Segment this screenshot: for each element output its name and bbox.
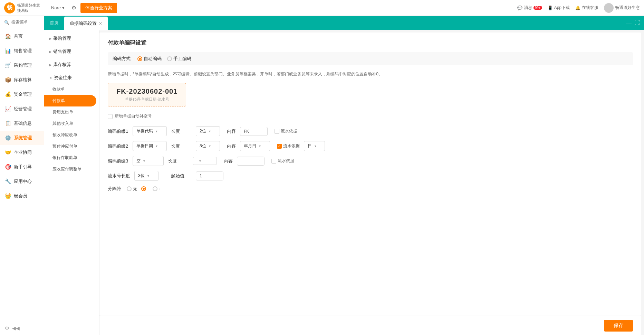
sidebar-item-app-center[interactable]: 🔧 应用中心: [0, 174, 44, 189]
finance-icon: 💰: [5, 91, 11, 97]
save-button[interactable]: 保存: [604, 320, 633, 332]
length-select-1[interactable]: 2位 ▾: [196, 126, 220, 136]
sidebar-item-sales[interactable]: 📊 销售管理: [0, 44, 44, 58]
app-download-btn[interactable]: 📱 App下载: [548, 5, 570, 11]
start-value-input[interactable]: [196, 171, 223, 180]
sub-group-capital-title[interactable]: ▼ 资金往来: [44, 72, 99, 84]
serial-checkbox-3[interactable]: [271, 159, 276, 164]
encoding-method-radio-group: 自动编码 手工编码: [137, 56, 191, 62]
tabbar-actions: — ⛶: [626, 20, 644, 26]
sub-group-purchase-title[interactable]: ▶ 采购管理: [44, 32, 99, 44]
tab-close-icon[interactable]: ✕: [99, 21, 102, 26]
prefix-select-2[interactable]: 单据日期 ▾: [133, 141, 167, 151]
serial-length-select[interactable]: 3位 ▾: [134, 171, 158, 181]
length-select-3-arrow: ▾: [199, 159, 201, 163]
auto-fill-checkbox-row: 新增单据自动补空号: [108, 113, 633, 119]
auto-fill-checkbox[interactable]: [108, 114, 113, 119]
tab-encode-settings[interactable]: 单据编码设置 ✕: [64, 17, 108, 30]
sep-dot2-radio[interactable]: ·: [153, 186, 160, 191]
serial-checkbox-2[interactable]: [277, 144, 282, 149]
granularity-arrow-2: ▾: [315, 144, 316, 148]
length-select-3[interactable]: ▾: [193, 157, 217, 165]
serial-checkbox-row-1: 流水依据: [275, 128, 297, 134]
search-icon: 🔍: [4, 20, 9, 25]
serial-config-row: 流水号长度 3位 ▾ 起始值: [108, 171, 633, 181]
inventory-arrow-icon: ▶: [49, 63, 52, 67]
sub-item-adjustment[interactable]: 应收应付调整单: [44, 164, 99, 175]
topbar-dropdown[interactable]: Nare ▾: [48, 4, 67, 12]
sub-group-sales-title[interactable]: ▶ 销售管理: [44, 46, 99, 57]
app-center-icon: 🔧: [5, 178, 11, 185]
sidebar-item-operations[interactable]: 📈 经营管理: [0, 102, 44, 116]
auto-code-radio-dot: [137, 56, 142, 61]
sidebar-item-finance[interactable]: 💰 资金管理: [0, 87, 44, 102]
sub-group-inventory-title[interactable]: ▶ 库存核算: [44, 59, 99, 71]
form-row-3: 编码前缀3 空 ▾ 长度 ▾ 内容: [108, 156, 633, 166]
sidebar-search[interactable]: 🔍 搜索菜单: [0, 16, 44, 29]
form-label-2: 编码前缀2: [108, 143, 128, 149]
sidebar-item-inventory[interactable]: 📦 库存核算: [0, 73, 44, 87]
sub-item-receipt[interactable]: 收款单: [44, 84, 99, 95]
enterprise-icon: 🤝: [5, 149, 11, 156]
sep-none-radio[interactable]: 无: [127, 186, 137, 192]
user-info[interactable]: 畅通道好生意: [604, 3, 640, 13]
operations-icon: 📈: [5, 106, 11, 112]
prefix-select-2-arrow: ▾: [156, 144, 157, 148]
content-select-2-arrow: ▾: [259, 144, 261, 148]
tabbar: 首页 单据编码设置 ✕ — ⛶: [44, 16, 644, 30]
sub-group-sales: ▶ 销售管理: [44, 46, 99, 57]
code-preview-main: FK-20230602-001: [116, 87, 177, 95]
message-btn[interactable]: 💬 消息 99+: [517, 5, 542, 11]
length-label-2: 长度: [171, 143, 192, 149]
sidebar-item-home[interactable]: 🏠 首页: [0, 29, 44, 44]
footer-collapse-icon[interactable]: ◀◀: [12, 325, 20, 331]
sidebar-item-member[interactable]: 👑 畅会员: [0, 189, 44, 203]
sep-dot-radio[interactable]: ·: [141, 186, 148, 191]
length-select-2-arrow: ▾: [209, 144, 211, 148]
sidebar-item-purchase[interactable]: 🛒 采购管理: [0, 58, 44, 73]
experience-btn[interactable]: 体验行业方案: [80, 3, 117, 13]
content-area: ▶ 采购管理 ▶ 销售管理 ▶ 库存核算: [44, 30, 644, 335]
sub-item-payment[interactable]: 付款单: [44, 95, 96, 106]
manual-code-radio[interactable]: 手工编码: [167, 56, 191, 62]
content-select-2[interactable]: 年月日 ▾: [240, 141, 270, 151]
length-select-1-arrow: ▾: [209, 129, 211, 133]
sidebar-item-enterprise[interactable]: 🤝 企业协同: [0, 145, 44, 160]
tab-home[interactable]: 首页: [44, 16, 64, 30]
sub-item-prepay-payable[interactable]: 预付冲应付单: [44, 141, 99, 152]
topbar-right: 💬 消息 99+ 📱 App下载 🔔 在线客服 畅通道好生意: [517, 3, 640, 13]
sub-item-other-income[interactable]: 其他收入单: [44, 118, 99, 129]
prefix-select-1-arrow: ▾: [156, 129, 157, 133]
serial-checkbox-row-2: 流水依据: [277, 143, 300, 149]
sidebar-item-guide[interactable]: 🎯 新手引导: [0, 160, 44, 174]
purchase-icon: 🛒: [5, 62, 11, 68]
sep-dot2-dot: [153, 186, 157, 191]
auto-code-radio[interactable]: 自动编码: [137, 56, 162, 62]
serial-length-label: 流水号长度: [108, 173, 130, 179]
main: 首页 单据编码设置 ✕ — ⛶ ▶ 采购管理: [44, 16, 644, 335]
sidebar-item-basic-info[interactable]: 📋 基础信息: [0, 116, 44, 131]
home-icon: 🏠: [5, 33, 11, 39]
sales-icon: 📊: [5, 48, 11, 54]
sub-item-bank[interactable]: 银行存取款单: [44, 152, 99, 164]
content-input-1[interactable]: [240, 127, 268, 136]
sep-none-dot: [127, 186, 132, 191]
online-service-btn[interactable]: 🔔 在线客服: [575, 5, 598, 11]
content-input-3[interactable]: [237, 157, 265, 166]
system-icon: ⚙️: [5, 135, 11, 141]
tab-minimize-icon[interactable]: —: [626, 20, 632, 26]
sub-item-expense[interactable]: 费用支出单: [44, 106, 99, 118]
granularity-select-2[interactable]: 日 ▾: [304, 141, 325, 151]
settings-icon[interactable]: ⚙: [70, 3, 78, 12]
prefix-select-3[interactable]: 空 ▾: [133, 156, 164, 166]
footer-settings-icon[interactable]: ⚙: [5, 325, 9, 331]
info-text: 新增单据时，*单据编码*自动生成，不可编辑。前缀设置为部门、业务员等档案类，开单…: [108, 71, 633, 77]
logo-icon: 畅: [4, 2, 15, 13]
tab-maximize-icon[interactable]: ⛶: [634, 20, 640, 26]
length-select-2[interactable]: 8位 ▾: [196, 141, 220, 151]
sub-item-prepay-receivable[interactable]: 预收冲应收单: [44, 129, 99, 141]
prefix-select-1[interactable]: 单据代码 ▾: [133, 126, 167, 136]
capital-arrow-icon: ▼: [49, 76, 52, 80]
sidebar-item-system[interactable]: ⚙️ 系统管理: [0, 131, 44, 145]
serial-checkbox-1[interactable]: [275, 129, 279, 134]
